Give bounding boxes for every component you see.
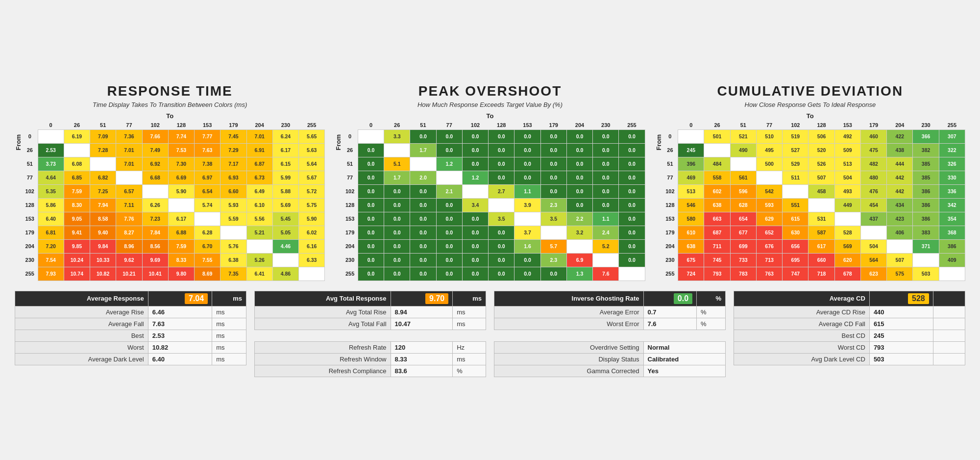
table-row: 128546638628593551449454434386342 bbox=[662, 198, 965, 212]
table-cell: 0.0 bbox=[358, 212, 384, 226]
row-label-77: 77 bbox=[662, 171, 678, 184]
table-cell: 521 bbox=[730, 129, 756, 143]
table-cell: 0.0 bbox=[358, 198, 384, 212]
cd-best-row: Best CD 245 bbox=[734, 330, 965, 341]
cd-best-label: Best CD bbox=[734, 330, 870, 341]
table-cell: 0.0 bbox=[436, 253, 462, 267]
po-total-fall-label: Avg Total Fall bbox=[255, 318, 391, 330]
po-total-rise-value: 8.94 bbox=[391, 306, 453, 318]
table-cell: 660 bbox=[808, 253, 834, 267]
table-cell: 0.0 bbox=[462, 157, 488, 171]
row-label-128: 128 bbox=[662, 198, 678, 212]
row-label-51: 51 bbox=[662, 157, 678, 171]
table-cell bbox=[540, 226, 566, 239]
table-cell: 245 bbox=[678, 143, 704, 157]
ig-gamma-corrected-label: Gamma Corrected bbox=[494, 365, 644, 377]
table-cell: 546 bbox=[678, 198, 704, 212]
table-row: 2550.00.00.00.00.00.00.00.01.37.6 bbox=[342, 267, 645, 281]
table-cell: 0.0 bbox=[566, 143, 592, 157]
table-cell: 638 bbox=[678, 239, 704, 253]
rt-worst-row: Worst 10.82 ms bbox=[15, 341, 246, 353]
table-cell: 406 bbox=[887, 226, 913, 239]
table-cell: 5.2 bbox=[593, 239, 619, 253]
table-cell: 0.0 bbox=[593, 129, 619, 143]
table-cell bbox=[272, 253, 298, 267]
table-cell: 5.1 bbox=[384, 157, 410, 171]
table-cell: 6.41 bbox=[246, 267, 272, 281]
table-cell: 6.54 bbox=[195, 184, 220, 198]
rt-stats-header-unit: ms bbox=[212, 291, 246, 306]
table-cell: 0.0 bbox=[619, 184, 645, 198]
response-time-to-label: To bbox=[15, 112, 325, 120]
row-label-204: 204 bbox=[342, 239, 358, 253]
rt-avg-fall-label: Average Fall bbox=[15, 318, 148, 330]
table-row: 1796.819.419.408.277.846.886.285.215.056… bbox=[22, 226, 325, 239]
table-cell: 0.0 bbox=[436, 226, 462, 239]
row-label-128: 128 bbox=[22, 198, 38, 212]
table-cell: 7.20 bbox=[38, 239, 64, 253]
table-cell: 677 bbox=[730, 226, 756, 239]
rt-header-153: 153 bbox=[195, 121, 220, 130]
cd-worst-value: 793 bbox=[869, 341, 933, 353]
table-cell: 342 bbox=[939, 198, 965, 212]
table-cell: 4.46 bbox=[272, 239, 298, 253]
table-cell bbox=[38, 129, 64, 143]
table-row: 260.01.70.00.00.00.00.00.00.00.0 bbox=[342, 143, 645, 157]
table-cell: 1.2 bbox=[436, 157, 462, 171]
table-cell: 713 bbox=[756, 253, 782, 267]
table-cell: 551 bbox=[783, 198, 808, 212]
table-cell: 7.6 bbox=[593, 267, 619, 281]
table-cell bbox=[939, 267, 965, 281]
po-refresh-rate-value: 120 bbox=[391, 341, 453, 353]
table-cell: 0.0 bbox=[358, 239, 384, 253]
table-cell bbox=[246, 239, 272, 253]
table-cell: 0.0 bbox=[619, 171, 645, 184]
rt-dark-unit: ms bbox=[212, 353, 246, 365]
rt-avg-rise-value: 6.46 bbox=[148, 306, 212, 318]
table-row: 2040.00.00.00.00.00.01.65.75.20.0 bbox=[342, 239, 645, 253]
peak-overshoot-section: PEAK OVERSHOOT How Much Response Exceeds… bbox=[335, 83, 645, 281]
table-cell: 0.0 bbox=[358, 143, 384, 157]
rt-header-204: 204 bbox=[246, 121, 272, 130]
rt-header-77: 77 bbox=[116, 121, 142, 130]
table-cell: 1.7 bbox=[384, 171, 410, 184]
table-cell: 5.99 bbox=[272, 171, 298, 184]
table-cell: 0.0 bbox=[619, 143, 645, 157]
rt-best-unit: ms bbox=[212, 330, 246, 341]
table-cell bbox=[808, 198, 834, 212]
table-cell: 7.59 bbox=[64, 184, 90, 198]
table-cell: 0.0 bbox=[489, 157, 514, 171]
table-cell: 449 bbox=[834, 198, 860, 212]
row-label-179: 179 bbox=[342, 226, 358, 239]
table-cell: 307 bbox=[939, 129, 965, 143]
table-cell: 542 bbox=[756, 184, 782, 198]
table-cell: 5.76 bbox=[220, 239, 246, 253]
cd-avg-rise-unit bbox=[933, 306, 965, 318]
rt-header-128: 128 bbox=[168, 121, 194, 130]
table-cell: 454 bbox=[860, 198, 886, 212]
table-cell: 422 bbox=[887, 129, 913, 143]
ig-avg-error-row: Average Error 0.7 % bbox=[494, 306, 726, 318]
cd-header-179: 179 bbox=[860, 121, 886, 130]
table-cell: 7.49 bbox=[142, 143, 168, 157]
rt-stats-table: Average Response 7.04 ms Average Rise 6.… bbox=[15, 291, 246, 365]
table-cell: 587 bbox=[808, 226, 834, 239]
peak-overshoot-matrix: To From 0 26 51 77 10 bbox=[335, 112, 645, 281]
table-cell: 527 bbox=[783, 143, 808, 157]
table-row: 2300.00.00.00.00.00.00.02.36.90.0 bbox=[342, 253, 645, 267]
po-total-fall-unit: ms bbox=[453, 318, 486, 330]
table-cell: 504 bbox=[834, 171, 860, 184]
table-cell bbox=[913, 253, 939, 267]
cd-worst-row: Worst CD 793 bbox=[734, 341, 965, 353]
po-stats-header-label: Avg Total Response bbox=[255, 291, 391, 306]
cumulative-deviation-section: CUMULATIVE DEVIATION How Close Response … bbox=[655, 83, 965, 281]
rt-stats-header-value: 7.04 bbox=[148, 291, 212, 306]
table-cell: 580 bbox=[678, 212, 704, 226]
table-cell: 0.0 bbox=[619, 212, 645, 226]
table-cell: 383 bbox=[913, 226, 939, 239]
table-cell: 3.2 bbox=[566, 226, 592, 239]
table-cell bbox=[299, 267, 325, 281]
response-time-from-container: From bbox=[15, 121, 22, 151]
table-cell bbox=[566, 239, 592, 253]
po-header-77: 77 bbox=[436, 121, 462, 130]
